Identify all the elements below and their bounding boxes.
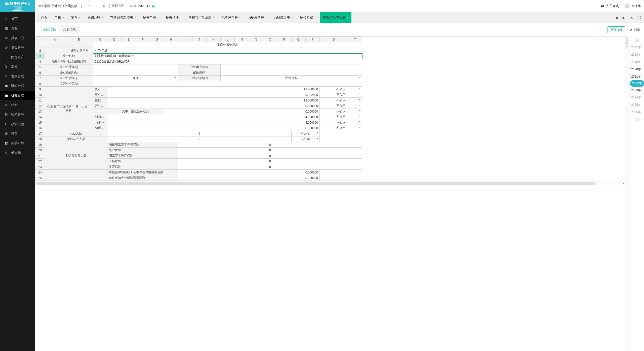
year-option[interactable]: 2018年 bbox=[630, 51, 644, 58]
sidebar-item-invoice[interactable]: ✎发票管理 bbox=[0, 72, 35, 81]
account-settings-button[interactable]: ⚙ bbox=[101, 3, 107, 9]
publish-dropdown[interactable]: 不公示 bbox=[320, 125, 362, 131]
sidebar-item-reimb[interactable]: ↻小畅报销 bbox=[0, 119, 35, 129]
row-header[interactable]: 21 bbox=[35, 153, 45, 159]
sidebar-item-asset[interactable]: ▭固定资产 bbox=[0, 52, 35, 62]
cell[interactable] bbox=[320, 170, 362, 175]
tabs-close-button[interactable]: ✕ bbox=[628, 14, 635, 21]
col-header[interactable]: F bbox=[136, 37, 150, 42]
year-option[interactable]: 2024年 bbox=[630, 94, 644, 101]
col-header[interactable]: K bbox=[206, 37, 220, 42]
row-header[interactable]: 16 bbox=[35, 125, 45, 131]
tab[interactable]: 税负波动表✕ bbox=[219, 14, 244, 21]
year-option[interactable]: 2023年 bbox=[630, 87, 644, 94]
close-icon[interactable]: ✕ bbox=[213, 16, 215, 19]
publish-dropdown[interactable]: 不公示 bbox=[291, 136, 320, 142]
row-header[interactable]: 15 bbox=[35, 120, 45, 125]
col-header[interactable]: M bbox=[235, 37, 249, 42]
tab[interactable]: 所得税汇算清缴✕ bbox=[186, 14, 217, 21]
tab[interactable]: i申报✕ bbox=[51, 14, 67, 21]
year-option[interactable]: 2026年 bbox=[630, 109, 644, 116]
cell[interactable] bbox=[221, 70, 362, 76]
tab[interactable]: 首页 bbox=[38, 14, 50, 21]
year-up-button[interactable]: ︿ bbox=[635, 38, 640, 43]
cell[interactable]: 0 bbox=[178, 159, 362, 164]
sidebar-item-guide[interactable]: ◧新手引导 bbox=[0, 138, 35, 148]
mini-tab[interactable]: 其他信息 bbox=[59, 25, 79, 34]
sidebar-item-vip[interactable]: V畅会员 bbox=[0, 148, 35, 158]
col-header[interactable]: G bbox=[150, 37, 164, 42]
tab[interactable]: 税务申报✕ bbox=[140, 14, 162, 21]
row-header[interactable]: 9 bbox=[35, 87, 45, 92]
sidebar-item-inout[interactable]: ⇄进销台账 bbox=[0, 81, 35, 91]
year-down-button[interactable]: ﹀ bbox=[635, 117, 640, 122]
row-header[interactable]: 1 bbox=[35, 42, 45, 48]
sidebar-item-tax[interactable]: ☰税务管理 bbox=[0, 91, 35, 100]
year-option[interactable]: 2021年 bbox=[630, 73, 644, 80]
row-header[interactable]: 25 bbox=[35, 175, 45, 181]
cell[interactable] bbox=[221, 64, 362, 70]
year-option[interactable]: 2020年 bbox=[630, 66, 644, 73]
horizontal-scrollbar[interactable]: ▸ bbox=[35, 181, 625, 185]
user-menu[interactable]: 徐泽华 bbox=[625, 4, 641, 9]
col-header[interactable]: S bbox=[320, 37, 348, 42]
close-icon[interactable]: ✕ bbox=[314, 16, 316, 19]
col-header[interactable]: E bbox=[122, 37, 136, 42]
col-header[interactable]: D bbox=[107, 37, 122, 42]
account-set-selector[interactable]: 刘小艳演示账套（勿删勿动！）1 ﹀ bbox=[38, 4, 91, 8]
cell[interactable]: -4.000000 bbox=[107, 114, 320, 120]
holding-dropdown[interactable]: 私营企业 bbox=[221, 76, 362, 81]
publish-dropdown[interactable]: 不公示 bbox=[320, 120, 362, 125]
cell[interactable]: 2022年度 bbox=[93, 48, 362, 53]
year-option[interactable]: 2017年 bbox=[630, 44, 644, 51]
cell[interactable]: -4.000000 bbox=[107, 120, 320, 125]
col-header[interactable]: B bbox=[65, 37, 93, 42]
tab[interactable]: 年报信息申报表✕ bbox=[320, 12, 351, 23]
close-icon[interactable]: ✕ bbox=[157, 16, 159, 19]
tab[interactable]: 发票✕ bbox=[68, 14, 83, 21]
close-icon[interactable]: ✕ bbox=[78, 16, 81, 19]
period-selector[interactable]: 账期 2023-11 ▦ bbox=[130, 4, 155, 8]
close-icon[interactable]: ✕ bbox=[291, 16, 293, 19]
status-dropdown[interactable]: 开业 bbox=[93, 76, 178, 81]
publish-dropdown[interactable]: 不公示 bbox=[320, 87, 362, 92]
cell[interactable]: 0.000000 bbox=[164, 109, 320, 114]
old-version-button[interactable]: 切到旧版 bbox=[109, 3, 126, 9]
row-header[interactable]: 19 bbox=[35, 142, 45, 148]
sidebar-item-close[interactable]: ✓结账 bbox=[0, 100, 35, 110]
row-header[interactable]: 5 bbox=[35, 64, 45, 70]
cell[interactable] bbox=[93, 81, 362, 87]
close-icon[interactable]: ✕ bbox=[239, 16, 241, 19]
cell[interactable]: 91320811MA7NGR2W6R bbox=[93, 59, 362, 64]
close-icon[interactable]: ✕ bbox=[101, 16, 104, 19]
publish-dropdown[interactable]: 不公示 bbox=[320, 98, 362, 103]
tabs-next-button[interactable]: ▶ bbox=[620, 14, 627, 21]
row-header[interactable]: 10 bbox=[35, 92, 45, 98]
row-header[interactable]: 12 bbox=[35, 103, 45, 109]
row-header[interactable]: 23 bbox=[35, 164, 45, 170]
close-icon[interactable]: ✕ bbox=[62, 16, 64, 19]
col-header[interactable]: I bbox=[178, 37, 192, 42]
sidebar-item-report[interactable]: ⧉报表中心 bbox=[0, 33, 35, 43]
cell-selected[interactable]: 刘小艳演示账套（勿删勿动！）1 bbox=[93, 53, 362, 59]
refresh-button[interactable]: ⟳ 刷新 bbox=[630, 27, 640, 32]
cell[interactable]: 0 bbox=[178, 142, 362, 148]
row-header[interactable]: 8 bbox=[35, 81, 45, 87]
reset-report-button[interactable]: 重置报表 bbox=[608, 26, 625, 33]
tab[interactable]: 存货别名对照表✕ bbox=[108, 14, 139, 21]
sidebar-item-home[interactable]: ⌂首页 bbox=[0, 14, 35, 24]
row-header[interactable]: 13 bbox=[35, 109, 45, 114]
close-icon[interactable]: ✕ bbox=[180, 16, 182, 19]
close-icon[interactable]: ✕ bbox=[134, 16, 136, 19]
close-icon[interactable]: ✕ bbox=[265, 16, 267, 19]
cell[interactable]: 0 bbox=[107, 131, 291, 136]
col-header[interactable]: A bbox=[45, 37, 65, 42]
tab[interactable]: 进销台账✕ bbox=[85, 14, 106, 21]
year-option[interactable]: 2025年 bbox=[630, 101, 644, 109]
row-header[interactable]: 7 bbox=[35, 76, 45, 81]
tab[interactable]: 税检专家✕ bbox=[297, 14, 319, 21]
row-header[interactable]: 18 bbox=[35, 136, 45, 142]
row-header[interactable]: 17 bbox=[35, 131, 45, 136]
publish-dropdown[interactable]: 不公示 bbox=[320, 92, 362, 98]
col-header[interactable]: C bbox=[93, 37, 107, 42]
